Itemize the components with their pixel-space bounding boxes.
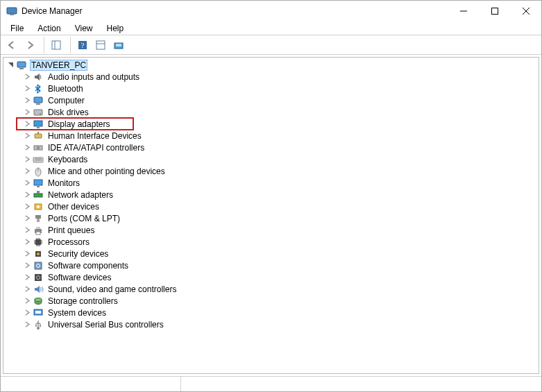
tree-item[interactable]: Network adapters bbox=[3, 189, 539, 201]
svg-rect-22 bbox=[35, 134, 42, 138]
chevron-right-icon[interactable] bbox=[23, 285, 31, 293]
tree-root[interactable]: TANVEER_PC bbox=[3, 59, 539, 71]
tree-item-label: Other devices bbox=[46, 202, 101, 212]
tree-item[interactable]: Software devices bbox=[3, 271, 539, 283]
svg-rect-33 bbox=[34, 194, 42, 197]
chevron-right-icon[interactable] bbox=[23, 250, 31, 258]
chevron-right-icon[interactable] bbox=[23, 191, 31, 199]
chevron-right-icon[interactable] bbox=[23, 144, 31, 152]
tree-item[interactable]: Mice and other pointing devices bbox=[3, 165, 539, 177]
tree-item[interactable]: Monitors bbox=[3, 177, 539, 189]
processor-icon bbox=[33, 237, 44, 248]
chevron-right-icon[interactable] bbox=[23, 309, 31, 317]
tree-item-label: Audio inputs and outputs bbox=[46, 72, 141, 82]
chevron-down-icon[interactable] bbox=[6, 61, 15, 69]
tree-item[interactable]: Security devices bbox=[3, 248, 539, 259]
maximize-button[interactable] bbox=[479, 1, 510, 22]
menu-view[interactable]: View bbox=[68, 22, 100, 35]
svg-point-43 bbox=[37, 253, 40, 255]
tree-item[interactable]: Processors bbox=[3, 236, 539, 248]
tree-item[interactable]: Computer bbox=[3, 94, 539, 106]
chevron-right-icon[interactable] bbox=[23, 167, 31, 176]
svg-point-36 bbox=[37, 205, 40, 208]
svg-rect-0 bbox=[7, 8, 17, 14]
chevron-right-icon[interactable] bbox=[23, 297, 31, 305]
tree-item[interactable]: Bluetooth bbox=[3, 83, 539, 94]
menubar: File Action View Help bbox=[1, 22, 541, 35]
tree-item[interactable]: Keyboards bbox=[3, 153, 539, 165]
back-button[interactable] bbox=[3, 37, 20, 53]
close-button[interactable] bbox=[510, 1, 541, 22]
tree-item-label: Processors bbox=[46, 237, 91, 247]
svg-rect-23 bbox=[37, 132, 39, 134]
tree-item-label: Human Interface Devices bbox=[46, 131, 143, 141]
back-icon bbox=[6, 40, 17, 51]
svg-rect-13 bbox=[116, 44, 121, 46]
printer-icon bbox=[33, 225, 44, 236]
tree-item[interactable]: Sound, video and game controllers bbox=[3, 283, 539, 295]
tree-item[interactable]: IDE ATA/ATAPI controllers bbox=[3, 142, 539, 153]
chevron-right-icon[interactable] bbox=[23, 226, 31, 235]
chevron-right-icon[interactable] bbox=[23, 214, 31, 223]
scan-button[interactable] bbox=[110, 37, 127, 53]
device-tree-pane[interactable]: TANVEER_PCAudio inputs and outputsBlueto… bbox=[3, 57, 539, 374]
tree-item[interactable]: Storage controllers bbox=[3, 295, 539, 307]
help-button[interactable]: ? bbox=[74, 37, 91, 53]
tree-item[interactable]: Other devices bbox=[3, 201, 539, 212]
chevron-right-icon[interactable] bbox=[23, 120, 31, 128]
sound-icon bbox=[33, 284, 44, 295]
ide-icon bbox=[33, 142, 44, 153]
mouse-icon bbox=[33, 166, 44, 177]
tree-item[interactable]: Human Interface Devices bbox=[3, 130, 539, 142]
chevron-right-icon[interactable] bbox=[23, 238, 31, 246]
chevron-right-icon[interactable] bbox=[23, 203, 31, 211]
tree-item-label: Universal Serial Bus controllers bbox=[46, 320, 165, 330]
forward-button[interactable] bbox=[22, 37, 38, 53]
svg-point-19 bbox=[40, 113, 41, 114]
tree-item[interactable]: System devices bbox=[3, 307, 539, 318]
svg-rect-40 bbox=[36, 232, 40, 235]
chevron-right-icon[interactable] bbox=[23, 96, 31, 105]
network-icon bbox=[33, 189, 44, 201]
hid-icon bbox=[33, 130, 44, 142]
software-device-icon bbox=[33, 272, 44, 283]
tree-item-label: Computer bbox=[46, 96, 86, 105]
tree-item-label: Ports (COM & LPT) bbox=[46, 214, 121, 223]
chevron-right-icon[interactable] bbox=[23, 155, 31, 164]
tree-item-label: Software devices bbox=[46, 273, 112, 282]
computer-icon bbox=[33, 95, 44, 106]
chevron-right-icon[interactable] bbox=[23, 132, 31, 140]
tree-item[interactable]: Software components bbox=[3, 259, 539, 271]
menu-help[interactable]: Help bbox=[100, 22, 131, 35]
svg-rect-20 bbox=[34, 121, 42, 126]
tree-item[interactable]: Print queues bbox=[3, 224, 539, 236]
menu-file[interactable]: File bbox=[3, 22, 31, 35]
tree-item[interactable]: Ports (COM & LPT) bbox=[3, 212, 539, 224]
chevron-right-icon[interactable] bbox=[23, 262, 31, 270]
titlebar: Device Manager bbox=[1, 1, 541, 22]
properties-button[interactable] bbox=[92, 37, 109, 53]
chevron-right-icon[interactable] bbox=[23, 108, 31, 117]
svg-text:?: ? bbox=[81, 41, 85, 49]
properties-window-icon bbox=[95, 40, 106, 51]
svg-rect-31 bbox=[34, 180, 42, 185]
tree-item[interactable]: Audio inputs and outputs bbox=[3, 71, 539, 83]
show-hide-tree-button[interactable] bbox=[48, 37, 65, 53]
chevron-right-icon[interactable] bbox=[23, 273, 31, 282]
tree-item[interactable]: Universal Serial Bus controllers bbox=[3, 318, 539, 330]
tree-item-label: IDE ATA/ATAPI controllers bbox=[46, 143, 146, 153]
tree-item[interactable]: Disk drives bbox=[3, 106, 539, 118]
menu-action[interactable]: Action bbox=[31, 22, 67, 35]
tree-item[interactable]: Display adapters bbox=[3, 118, 539, 130]
chevron-right-icon[interactable] bbox=[23, 179, 31, 187]
show-hide-tree-icon bbox=[51, 40, 62, 51]
chevron-right-icon[interactable] bbox=[23, 85, 31, 93]
software-component-icon bbox=[33, 260, 44, 271]
chevron-right-icon[interactable] bbox=[23, 73, 31, 81]
tree-item-label: Sound, video and game controllers bbox=[46, 284, 178, 294]
chevron-right-icon[interactable] bbox=[23, 321, 31, 329]
tree-item-label: Mice and other pointing devices bbox=[46, 167, 167, 176]
svg-point-48 bbox=[35, 298, 42, 301]
svg-rect-46 bbox=[35, 274, 42, 281]
minimize-button[interactable] bbox=[448, 1, 479, 22]
